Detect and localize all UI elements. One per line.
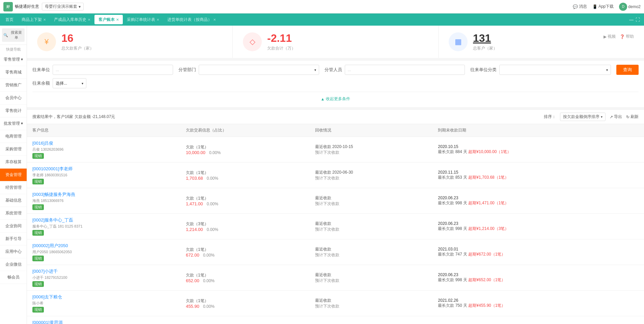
tab-home[interactable]: 首页: [1, 15, 18, 24]
debt-amount-4[interactable]: 672.00: [186, 253, 199, 258]
sidebar-item-warehouse[interactable]: 库存核算: [0, 156, 27, 169]
tab-customer-account[interactable]: 客户账本 ✕: [94, 15, 123, 24]
sidebar-item-enterprise-wechat[interactable]: 企业微信: [0, 258, 27, 271]
overdue-days-6: 最长欠款 750 天: [438, 303, 468, 308]
filter-category-select[interactable]: [499, 65, 611, 75]
window-maximize[interactable]: ⛶: [636, 17, 640, 22]
tab-production-history[interactable]: 产成品入库单历史 ✕: [50, 15, 94, 24]
filter-dept: 分管部门: [178, 65, 319, 75]
help-btn[interactable]: ❓ 帮助: [620, 34, 634, 39]
overdue-amount-6[interactable]: 超期¥455.90（1笔）: [468, 303, 505, 308]
sidebar-member-label: 会员中心: [1, 95, 25, 101]
sidebar-item-retail-stats[interactable]: 零售统计: [0, 105, 27, 117]
filter-source-unit-input[interactable]: ...: [53, 65, 173, 75]
sidebar-warehouse-label: 库存核算: [1, 159, 25, 165]
filter-manager-input[interactable]: ...: [345, 65, 465, 75]
debt-amount-1[interactable]: 1,703.68: [186, 176, 203, 181]
stat-owing-total: ◇ -2.11 欠款合计（万）: [233, 26, 439, 58]
customer-name-5[interactable]: [0007]小进千: [32, 268, 175, 274]
latest-payment-6: 最近收款: [315, 298, 427, 303]
sidebar-item-member[interactable]: 会员中心: [0, 92, 27, 105]
sidebar-item-system[interactable]: 系统管理: [0, 207, 27, 220]
filter-balance-select[interactable]: 选择...: [53, 78, 86, 88]
sidebar-item-business[interactable]: 经营管理: [0, 181, 27, 194]
sidebar-item-batch-mgmt[interactable]: 批发管理 ▾: [0, 117, 27, 130]
overdue-amount-3[interactable]: 超期¥1,214.00（3笔）: [468, 226, 509, 231]
sidebar-quick-nav[interactable]: 快捷导航: [0, 45, 27, 53]
app-label: App下载: [598, 4, 614, 9]
search-button[interactable]: 查询: [616, 65, 639, 75]
tab-purchase-stats[interactable]: 进货单统计表（按商品） ✕: [163, 15, 220, 24]
filter-balance-placeholder: 选择...: [56, 81, 67, 86]
store-selector[interactable]: 母婴行业演示账套 ▾: [42, 3, 84, 10]
sidebar-enterprise-wechat-label: 企业微信: [1, 262, 25, 267]
debt-amount-0[interactable]: 10,000.00: [186, 150, 205, 155]
overdue-amount-0[interactable]: 超期¥10,000.00（1笔）: [468, 149, 511, 154]
brand: 好 畅捷通好生意: [3, 2, 39, 11]
tab-product-shelf[interactable]: 商品上下架 ✕: [18, 15, 50, 24]
cell-customer-1: [0001020001]李老师 李老师 18600391516 现销: [27, 163, 180, 188]
customer-name-4[interactable]: [000002]用户2050: [32, 243, 175, 249]
export-btn[interactable]: ↗ 导出: [610, 114, 622, 120]
sidebar-item-purchase-mgmt[interactable]: 采购管理: [0, 143, 27, 156]
customer-name-3[interactable]: [0002]服务中心_丁磊: [32, 217, 175, 223]
overdue-info-2: 最长欠款 998 天 超期¥1,471.00（1笔）: [438, 200, 639, 206]
tab-production-history-close[interactable]: ✕: [88, 18, 90, 22]
message-btn[interactable]: 💬 消息: [573, 4, 587, 9]
overdue-amount-2[interactable]: 超期¥1,471.00（1笔）: [468, 201, 509, 205]
sidebar-item-retail-mall[interactable]: 零售商城: [0, 66, 27, 79]
cell-due-7: 2020.12.30 最长欠款 808 天 超期¥429.00（1笔）: [432, 316, 644, 324]
view-btn[interactable]: ▶ 视频: [604, 34, 616, 39]
sidebar-item-marketing[interactable]: 营销推广: [0, 79, 27, 92]
debt-amount-5[interactable]: 652.00: [186, 278, 199, 283]
due-date-1: 2020.11.15: [438, 170, 639, 175]
table-row: [0003]畅捷服务尹海燕 海燕 18513066976 现销 欠款（1笔） 1…: [27, 188, 644, 214]
tab-customer-account-close[interactable]: ✕: [116, 18, 119, 22]
stat-owing-total-info: -2.11 欠款合计（万）: [267, 32, 296, 51]
sidebar-search-btn[interactable]: 🔍 搜索菜单: [2, 28, 25, 42]
debt-label-0: 欠款（1笔）: [186, 144, 304, 150]
debt-amount-3[interactable]: 1,214.00: [186, 227, 203, 232]
overdue-amount-1[interactable]: 超期¥1,703.68（1笔）: [468, 175, 509, 180]
debt-amount-2[interactable]: 1,471.00: [186, 201, 203, 206]
window-minimize[interactable]: —: [629, 17, 634, 22]
customer-name-1[interactable]: [0001020001]李老师: [32, 166, 175, 172]
customer-name-6[interactable]: [0006]去下粮仓: [32, 294, 175, 300]
debt-amount-6[interactable]: 455.90: [186, 304, 199, 309]
overdue-amount-4[interactable]: 超期¥672.00（1笔）: [468, 252, 505, 257]
user-menu[interactable]: D demo2: [619, 3, 641, 11]
top-bar-right: 💬 消息 📱 App下载 D demo2: [573, 3, 641, 11]
customer-name-2[interactable]: [0003]畅捷服务尹海燕: [32, 192, 175, 198]
sidebar-item-newbie[interactable]: 新手引导: [0, 233, 27, 245]
overdue-days-2: 最长欠款 998 天: [438, 201, 468, 205]
tab-product-shelf-close[interactable]: ✕: [43, 18, 46, 22]
sidebar-item-basic-info[interactable]: 基础信息: [0, 194, 27, 207]
sidebar-item-finance[interactable]: 资金管理: [0, 169, 27, 181]
sidebar-item-ecommerce[interactable]: 电商管理: [0, 130, 27, 143]
top-bar: 好 畅捷通好生意 母婴行业演示账套 ▾ 💬 消息 📱 App下载 D demo2: [0, 0, 644, 13]
tab-purchase-order-close[interactable]: ✕: [157, 18, 159, 22]
tab-purchase-order[interactable]: 采购订单统计表 ✕: [123, 15, 163, 24]
app-download-btn[interactable]: 📱 App下载: [592, 4, 614, 9]
sidebar-item-app-center[interactable]: 应用中心: [0, 245, 27, 258]
collapse-btn[interactable]: ▲ 收起更多条件: [318, 95, 353, 103]
overdue-amount-5[interactable]: 超期¥652.00（1笔）: [468, 277, 505, 282]
content-area: ¥ 16 总欠款客户（家） ◇ -2.11 欠款合计（万） ▦ 131 总客户（…: [27, 26, 644, 324]
debt-percent-6: 0.00%: [203, 304, 215, 309]
customer-name-7[interactable]: [000001]黄思源: [32, 320, 175, 324]
stat-total-customers-icon: ▦: [449, 32, 468, 51]
filter-category-label: 往来单位分类: [470, 67, 497, 73]
customer-name-0[interactable]: [0016]吕俊: [32, 140, 175, 146]
cell-collection-6: 最近收款 预计下次收款: [310, 291, 433, 316]
filter-dept-select[interactable]: [199, 65, 319, 75]
debt-percent-5: 0.00%: [203, 278, 215, 283]
sidebar-item-enterprise-coop[interactable]: 企业协同: [0, 220, 27, 233]
due-date-2: 2020.06.23: [438, 196, 639, 200]
refresh-btn[interactable]: ↻ 刷新: [626, 114, 639, 120]
filter-category-arrow: [606, 67, 608, 72]
tab-purchase-stats-close[interactable]: ✕: [213, 18, 216, 22]
sidebar-item-retail-mgmt[interactable]: 零售管理 ▾: [0, 53, 27, 66]
sort-select[interactable]: 按欠款金额倒序排序: [560, 113, 606, 121]
sort-label: 排序：: [544, 114, 556, 120]
sidebar-item-member-vip[interactable]: 畅会员: [0, 271, 27, 284]
